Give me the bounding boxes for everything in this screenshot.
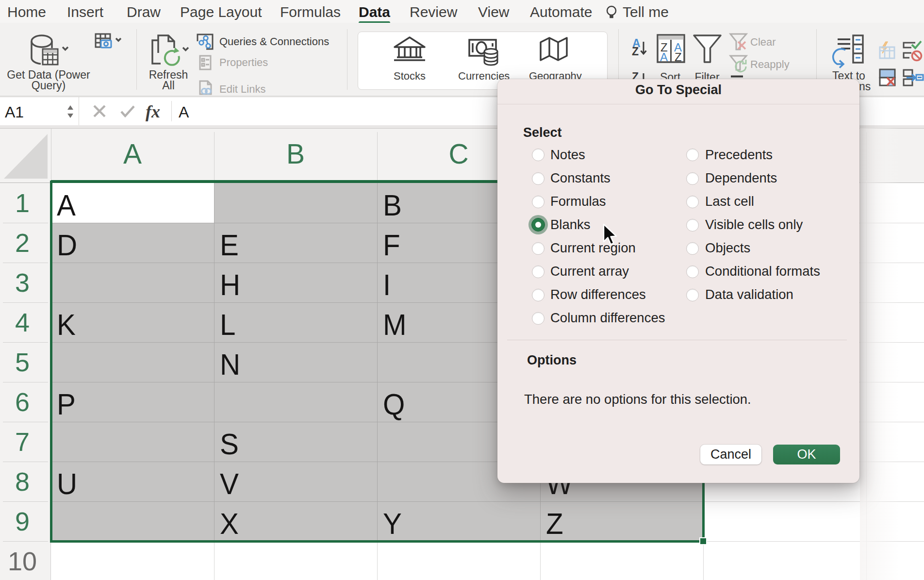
svg-text:Z: Z bbox=[675, 50, 682, 64]
svg-text:fx: fx bbox=[146, 102, 160, 121]
svg-text:A: A bbox=[660, 50, 668, 64]
svg-text:Z: Z bbox=[632, 45, 639, 58]
